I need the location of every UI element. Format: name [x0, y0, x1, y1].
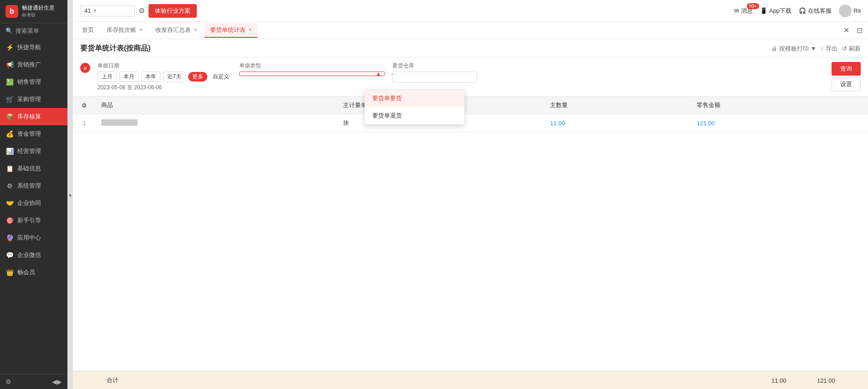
- online-service-action[interactable]: 🎧 在线客服: [799, 7, 832, 15]
- page-content: 要货单统计表(按商品) 🖨 按模板打印 ▼ ↑ 导出 ↺ 刷新 »: [73, 39, 868, 389]
- dropdown-item-要货单要货[interactable]: 要货单要货: [365, 90, 464, 107]
- query-button[interactable]: 查询: [832, 62, 861, 76]
- type-dropdown: 要货单要货要货单退货: [365, 89, 465, 125]
- table-header: ⚙ 商品 主计量单位 主数量 零售金额: [73, 97, 868, 114]
- row-quantity-0: 11.00: [544, 114, 691, 132]
- more-dates-btn[interactable]: 更多: [188, 72, 207, 82]
- print-label: 按模板打印: [779, 45, 809, 53]
- page-header: 要货单统计表(按商品) 🖨 按模板打印 ▼ ↑ 导出 ↺ 刷新: [73, 39, 868, 57]
- col-product: 商品: [96, 97, 338, 114]
- tab-menu-icon[interactable]: ⊡: [855, 25, 864, 36]
- nav-label-marketing: 营销推广: [17, 61, 41, 69]
- row-amount-0: 121.00: [691, 114, 868, 132]
- sidebar-item-wechat[interactable]: 💬 企业微信: [0, 246, 67, 264]
- print-icon: 🖨: [771, 45, 777, 52]
- sidebar-item-sales[interactable]: 💹 销售管理: [0, 73, 67, 91]
- date-filter-group: 单据日期 上月 本月 本年 近7天 更多 自定义 2023-05-06 至 20…: [98, 62, 232, 92]
- tab-home[interactable]: 首页: [77, 23, 99, 38]
- row-index-0: 1: [73, 114, 96, 132]
- tab-inventory-batch[interactable]: 库存批次账✕: [101, 23, 148, 38]
- user-avatar[interactable]: Rit: [839, 5, 861, 17]
- sidebar-item-operations[interactable]: 📊 经营管理: [0, 143, 67, 160]
- print-template-action[interactable]: 🖨 按模板打印 ▼: [771, 45, 817, 53]
- nav-label-system: 系统管理: [17, 182, 41, 190]
- table-area: ⚙ 商品 主计量单位 主数量 零售金额 1 块 11.00 121.00: [73, 97, 868, 371]
- message-action[interactable]: ✉ 消息 99+: [734, 7, 753, 15]
- this-month-btn[interactable]: 本月: [119, 72, 139, 82]
- nav-label-guide: 新手引导: [17, 216, 41, 225]
- sidebar-item-app-center[interactable]: 🔮 应用中心: [0, 229, 67, 246]
- user-name: Rit: [853, 7, 861, 14]
- chevron-down-icon: ▼: [92, 8, 97, 13]
- online-service-label: 在线客服: [808, 7, 832, 15]
- sidebar-item-basic[interactable]: 📋 基础信息: [0, 160, 67, 177]
- nav-label-member: 畅会员: [17, 268, 35, 276]
- sidebar-bottom: ⚙ ◀▶: [0, 374, 67, 389]
- nav-label-sales: 销售管理: [17, 78, 41, 86]
- table-body: 1 块 11.00 121.00: [73, 114, 868, 132]
- dropdown-item-要货单退货[interactable]: 要货单退货: [365, 107, 464, 124]
- search-menu[interactable]: 🔍 搜索菜单: [0, 23, 67, 39]
- nav-icon-marketing: 📢: [5, 61, 14, 69]
- last-month-btn[interactable]: 上月: [98, 72, 117, 82]
- this-year-btn[interactable]: 本年: [141, 72, 160, 82]
- col-settings[interactable]: ⚙: [73, 97, 96, 114]
- settings-bottom-icon[interactable]: ⚙: [5, 378, 11, 385]
- sidebar-item-member[interactable]: 👑 畅会员: [0, 264, 67, 281]
- refresh-icon: ↺: [842, 45, 847, 52]
- footer-amount: 121.00: [817, 377, 863, 384]
- app-download-action[interactable]: 📱 App下载: [760, 7, 791, 15]
- sidebar-item-inventory[interactable]: 📦 库存核算: [0, 108, 67, 125]
- topbar: 41 ▼ ⚙ 体验行业方案 ✉ 消息 99+ 📱 App下载 🎧 在线客服 R: [73, 0, 868, 22]
- nav-icon-system: ⚙: [5, 182, 14, 190]
- warehouse-input[interactable]: [392, 72, 477, 83]
- export-label: 导出: [826, 45, 837, 53]
- type-more-icon[interactable]: ···: [390, 70, 396, 77]
- nav-icon-member: 👑: [5, 268, 14, 276]
- sidebar-scroll-handle[interactable]: ▲: [67, 0, 73, 389]
- type-select[interactable]: [239, 72, 385, 76]
- nav-icon-finance: 💰: [5, 130, 14, 138]
- date-range-display: 2023-05-06 至 2023-06-06: [98, 84, 232, 92]
- export-action[interactable]: ↑ 导出: [821, 45, 838, 53]
- trial-button[interactable]: 体验行业方案: [149, 4, 197, 18]
- custom-date-btn[interactable]: 自定义: [210, 72, 232, 82]
- message-icon: ✉: [734, 7, 739, 14]
- print-chevron: ▼: [811, 45, 817, 52]
- tabbar: 首页库存批次账✕收发存汇总表✕要货单统计表✕ ✕ ⊡: [73, 22, 868, 39]
- tab-close-receivables-summary[interactable]: ✕: [194, 27, 197, 32]
- page-title: 要货单统计表(按商品): [80, 44, 151, 53]
- filter-expand-button[interactable]: »: [80, 63, 90, 73]
- sidebar: b 畅捷通好生意 标准版 🔍 搜索菜单 ⚡ 快捷导航📢 营销推广💹 销售管理🛒 …: [0, 0, 67, 389]
- collapse-icon[interactable]: ◀▶: [52, 378, 62, 385]
- nav-icon-sales: 💹: [5, 78, 14, 86]
- sidebar-item-quick-nav[interactable]: ⚡ 快捷导航: [0, 39, 67, 56]
- company-number: 41: [84, 7, 91, 14]
- nav-icon-quick-nav: ⚡: [5, 43, 14, 51]
- filter-settings-button[interactable]: 设置: [832, 77, 861, 91]
- tab-order-stats[interactable]: 要货单统计表✕: [205, 23, 257, 38]
- col-quantity: 主数量: [544, 97, 691, 114]
- sidebar-item-system[interactable]: ⚙ 系统管理: [0, 177, 67, 194]
- sidebar-item-enterprise[interactable]: 🤝 企业协同: [0, 194, 67, 212]
- topbar-settings-icon[interactable]: ⚙: [139, 6, 145, 15]
- sidebar-item-marketing[interactable]: 📢 营销推广: [0, 56, 67, 73]
- nav-label-basic: 基础信息: [17, 164, 41, 173]
- sidebar-item-finance[interactable]: 💰 资金管理: [0, 125, 67, 143]
- footer-total-label: 合计: [101, 376, 211, 384]
- tab-close-order-stats[interactable]: ✕: [248, 27, 252, 32]
- close-all-icon[interactable]: ✕: [842, 25, 851, 36]
- nav-icon-basic: 📋: [5, 164, 14, 173]
- logo-icon: b: [5, 5, 18, 18]
- sidebar-item-guide[interactable]: 🎯 新手引导: [0, 212, 67, 229]
- refresh-action[interactable]: ↺ 刷新: [842, 45, 861, 53]
- avatar-image: [839, 5, 852, 17]
- refresh-label: 刷新: [849, 45, 861, 53]
- last-7days-btn[interactable]: 近7天: [163, 72, 185, 82]
- tab-close-inventory-batch[interactable]: ✕: [139, 27, 143, 32]
- search-icon: 🔍: [5, 27, 13, 34]
- sidebar-item-purchase[interactable]: 🛒 采购管理: [0, 91, 67, 108]
- filter-bar: » 单据日期 上月 本月 本年 近7天 更多 自定义 2023-05-06 至 …: [73, 57, 868, 97]
- tab-receivables-summary[interactable]: 收发存汇总表✕: [150, 23, 203, 38]
- company-selector[interactable]: 41 ▼: [80, 5, 135, 16]
